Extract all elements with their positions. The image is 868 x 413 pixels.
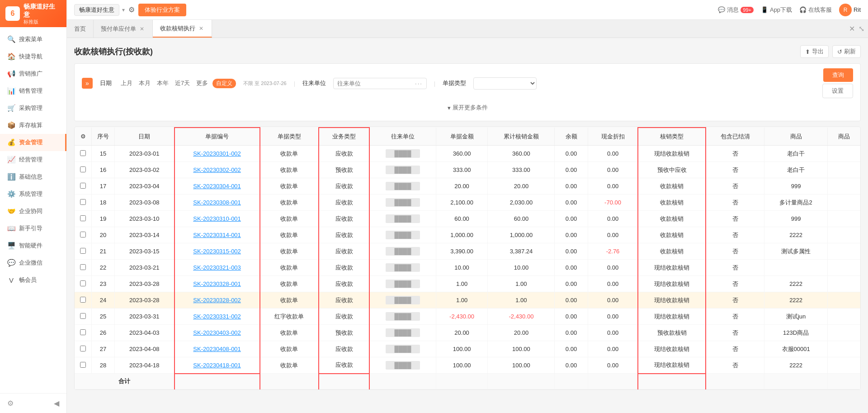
cell-offset-type: 收款核销 — [638, 227, 705, 243]
filter-toggle-button[interactable]: » — [82, 78, 93, 89]
cell-checkbox[interactable] — [75, 162, 92, 178]
cell-product2 — [827, 243, 860, 260]
cell-checkbox[interactable] — [75, 195, 92, 211]
sidebar-item-search[interactable]: 🔍搜索菜单 — [0, 31, 66, 48]
brand-name[interactable]: 畅康道好生意 — [74, 4, 119, 16]
sidebar-item-inventory[interactable]: 📦库存核算 — [0, 117, 66, 134]
cell-offset-type: 现结收款核销 — [638, 309, 705, 325]
cell-checkbox[interactable] — [75, 243, 92, 260]
voucher-no-link[interactable]: SK-20230302-002 — [193, 166, 241, 173]
cell-checkbox[interactable] — [75, 146, 92, 162]
sidebar-icon-finance: 💰 — [7, 138, 15, 147]
support-item[interactable]: 🎧 在线客服 — [799, 6, 832, 14]
cell-cum-offset: 1.00 — [488, 292, 555, 309]
tab-collection[interactable]: 收款核销执行 ✕ — [153, 20, 212, 38]
tab-maximize-icon[interactable]: ⤡ — [859, 24, 864, 33]
filter-voucher-select[interactable] — [473, 77, 537, 90]
cell-checkbox[interactable] — [75, 357, 92, 374]
sidebar-item-system[interactable]: ⚙️系统管理 — [0, 185, 66, 203]
filter-custom-button[interactable]: 自定义 — [212, 79, 236, 88]
cell-voucher-type: 收款单 — [260, 260, 319, 276]
cell-voucher-no: SK-20230302-002 — [175, 162, 260, 178]
voucher-no-link[interactable]: SK-20230403-002 — [193, 329, 241, 336]
filter-date-7days[interactable]: 近7天 — [173, 78, 192, 88]
filter-date-lastmonth[interactable]: 上月 — [119, 78, 134, 88]
cell-checkbox[interactable] — [75, 309, 92, 325]
sidebar-item-purchase[interactable]: 🛒采购管理 — [0, 100, 66, 117]
cell-checkbox[interactable] — [75, 227, 92, 243]
cell-checkbox[interactable] — [75, 260, 92, 276]
refresh-button[interactable]: ↺ 刷新 — [832, 45, 861, 58]
collapse-icon[interactable]: ◀ — [54, 399, 59, 408]
cell-checkbox[interactable] — [75, 325, 92, 341]
filter-date-thisyear[interactable]: 本年 — [155, 78, 170, 88]
filter-setting-button[interactable]: 设置 — [822, 84, 853, 98]
cell-checkbox[interactable] — [75, 178, 92, 195]
cell-amount: 100.00 — [436, 341, 488, 357]
collection-tab-close[interactable]: ✕ — [198, 24, 204, 33]
filter-date-more[interactable]: 更多 — [194, 78, 210, 88]
prepay-tab-close[interactable]: ✕ — [139, 25, 145, 33]
sidebar-item-marketing[interactable]: 📢营销推广 — [0, 65, 66, 82]
message-item[interactable]: 💬 消息 99+ — [718, 6, 754, 14]
cell-checkbox[interactable] — [75, 341, 92, 357]
cell-checkbox[interactable] — [75, 276, 92, 292]
export-button[interactable]: ⬆ 导出 — [800, 45, 829, 58]
sidebar-item-sales[interactable]: 📊销售管理 — [0, 82, 66, 100]
cell-checkbox[interactable] — [75, 292, 92, 309]
tab-prepay[interactable]: 预付单应付单 ✕ — [94, 20, 153, 38]
sidebar-item-basic[interactable]: ℹ️基础信息 — [0, 168, 66, 185]
voucher-no-link[interactable]: SK-20230418-001 — [193, 362, 241, 369]
cell-date: 2023-03-08 — [115, 195, 175, 211]
filter-customer-input[interactable] — [337, 80, 413, 87]
app-download-item[interactable]: 📱 App下载 — [761, 6, 792, 14]
topbar-gear-icon[interactable]: ⚙ — [128, 5, 135, 14]
refresh-label: 刷新 — [844, 47, 856, 56]
voucher-no-link[interactable]: SK-20230331-002 — [193, 313, 241, 320]
cell-cash-discount: 0.00 — [588, 227, 638, 243]
sidebar-icon-company: 🤝 — [7, 207, 15, 215]
cell-partner: ████ — [369, 178, 436, 195]
message-icon: 💬 — [718, 6, 725, 13]
cell-partner: ████ — [369, 357, 436, 374]
voucher-no-link[interactable]: SK-20230304-001 — [193, 183, 241, 190]
cell-partner: ████ — [369, 309, 436, 325]
voucher-no-link[interactable]: SK-20230328-001 — [193, 280, 241, 287]
sidebar-item-finance[interactable]: 💰资金管理 — [0, 134, 66, 151]
topbar-chevron-icon[interactable]: ▾ — [122, 7, 125, 13]
filter-date-label: 日期 — [100, 79, 112, 87]
user-area[interactable]: R Rit — [839, 4, 861, 16]
sidebar-item-guide[interactable]: 📖新手引导 — [0, 220, 66, 237]
data-table: ⚙ 序号 日期 单据编号 单据类型 业务类型 往来单位 单据金额 累计核销金额 … — [75, 127, 860, 389]
voucher-no-link[interactable]: SK-20230321-003 — [193, 264, 241, 271]
voucher-no-link[interactable]: SK-20230310-001 — [193, 215, 241, 222]
sidebar-item-company[interactable]: 🤝企业协同 — [0, 203, 66, 220]
sidebar-item-quicknav[interactable]: 🏠快捷导航 — [0, 48, 66, 65]
cell-cash-discount: 0.00 — [588, 276, 638, 292]
solution-button[interactable]: 体验行业方案 — [138, 4, 186, 16]
settings-icon[interactable]: ⚙ — [7, 399, 14, 408]
filter-customer-label: 往来单位 — [302, 79, 326, 87]
sidebar-item-wechat[interactable]: 💬企业微信 — [0, 254, 66, 271]
cell-checkbox[interactable] — [75, 211, 92, 227]
cell-amount: 20.00 — [436, 178, 488, 195]
cell-no: 26 — [92, 325, 115, 341]
voucher-no-link[interactable]: SK-20230408-001 — [193, 346, 241, 352]
filter-query-button[interactable]: 查询 — [823, 68, 853, 82]
sidebar-item-member[interactable]: V畅会员 — [0, 271, 66, 289]
sidebar-item-hardware[interactable]: 🖥️智能硬件 — [0, 237, 66, 254]
voucher-no-link[interactable]: SK-20230315-002 — [193, 248, 241, 255]
sidebar-item-operation[interactable]: 📈经营管理 — [0, 151, 66, 168]
filter-date-thismonth[interactable]: 本月 — [137, 78, 152, 88]
voucher-no-link[interactable]: SK-20230314-001 — [193, 232, 241, 238]
tab-close-all-icon[interactable]: ✕ — [849, 24, 855, 33]
expand-more-button[interactable]: ▾ 展开更多条件 — [445, 101, 491, 114]
th-gear[interactable]: ⚙ — [75, 128, 92, 146]
voucher-no-link[interactable]: SK-20230328-002 — [193, 297, 241, 304]
voucher-no-link[interactable]: SK-20230301-002 — [193, 150, 241, 157]
tab-home[interactable]: 首页 — [67, 20, 94, 38]
cell-amount: 60.00 — [436, 211, 488, 227]
cell-amount: 360.00 — [436, 146, 488, 162]
voucher-no-link[interactable]: SK-20230308-001 — [193, 199, 241, 206]
filter-customer-input-area[interactable]: ··· — [333, 78, 427, 89]
